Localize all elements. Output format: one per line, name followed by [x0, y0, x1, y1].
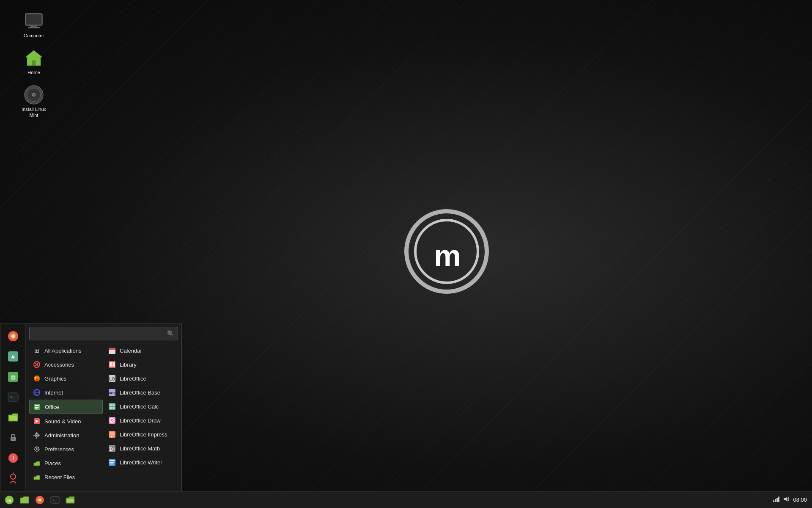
svg-rect-74 [112, 404, 115, 406]
lo-math-icon: ∑π [108, 444, 116, 453]
svg-point-12 [33, 94, 35, 96]
sound-video-icon [33, 417, 41, 425]
svg-point-15 [11, 334, 15, 338]
sidebar-btn-updater[interactable]: ! [4, 449, 22, 467]
desktop-icons-container: Computer Home Install Linu [17, 8, 51, 121]
menu-item-libreoffice[interactable]: LO LibreOffice [104, 372, 178, 385]
svg-text:!: ! [12, 455, 14, 461]
desktop-icon-computer[interactable]: Computer [17, 8, 51, 41]
libreoffice-label: LibreOffice [120, 375, 146, 382]
menu-item-libreoffice-math[interactable]: ∑π LibreOffice Math [104, 442, 178, 455]
svg-text:m: m [434, 239, 459, 273]
all-apps-label: All Applications [44, 348, 81, 354]
svg-rect-99 [776, 498, 778, 502]
mint-logo: m [400, 203, 493, 296]
search-input[interactable] [33, 331, 167, 337]
menu-item-libreoffice-impress[interactable]: LibreOffice Impress [104, 428, 178, 441]
accessories-label: Accessories [44, 362, 74, 368]
app-menu-search-bar[interactable]: 🔍 [29, 327, 178, 340]
menu-item-internet[interactable]: Internet [29, 386, 103, 399]
sidebar-btn-nemo[interactable] [4, 408, 22, 427]
taskbar-right: 08:00 [768, 496, 812, 504]
app-menu-sidebar: # ▤ >_ [0, 323, 26, 491]
svg-text:>_: >_ [52, 499, 57, 502]
home-icon-label: Home [27, 70, 40, 75]
taskbar-menu-button[interactable]: m [3, 493, 16, 507]
lo-writer-label: LibreOffice Writer [120, 459, 162, 466]
svg-rect-73 [110, 404, 112, 406]
sidebar-btn-logout[interactable] [4, 469, 22, 488]
svg-rect-67 [112, 362, 115, 367]
menu-item-calendar[interactable]: Calendar [104, 344, 178, 357]
menu-item-sound-video[interactable]: Sound & Video [29, 414, 103, 428]
volume-icon [783, 496, 790, 504]
desktop-icon-install[interactable]: Install Linux Mint [17, 82, 51, 120]
svg-point-52 [36, 448, 38, 450]
menu-item-libreoffice-draw[interactable]: LibreOffice Draw [104, 414, 178, 427]
menu-item-libreoffice-base[interactable]: BASE LibreOffice Base [104, 386, 178, 399]
taskbar-files-button[interactable] [18, 493, 31, 507]
svg-rect-8 [32, 61, 36, 66]
sidebar-btn-terminal[interactable]: >_ [4, 388, 22, 406]
install-icon-label: Install Linux Mint [19, 107, 48, 118]
computer-icon-label: Computer [24, 33, 44, 39]
office-icon [33, 403, 41, 411]
svg-rect-97 [773, 500, 774, 502]
clock-display[interactable]: 08:00 [793, 497, 807, 503]
svg-rect-62 [109, 348, 115, 350]
graphics-label: Graphics [44, 375, 66, 382]
lo-base-icon: BASE [108, 388, 116, 397]
svg-marker-101 [784, 497, 787, 501]
menu-item-libreoffice-writer[interactable]: LibreOffice Writer [104, 456, 178, 469]
taskbar-firefox-button[interactable] [33, 493, 47, 507]
menu-item-graphics[interactable]: Graphics [29, 372, 103, 385]
calendar-label: Calendar [120, 348, 142, 354]
menu-item-office[interactable]: Office [29, 400, 103, 414]
svg-point-24 [12, 438, 14, 440]
home-icon [24, 48, 44, 68]
svg-rect-88 [110, 464, 113, 464]
menu-item-preferences[interactable]: Preferences [29, 442, 103, 456]
sound-video-label: Sound & Video [44, 418, 81, 425]
app-menu: # ▤ >_ [0, 323, 182, 491]
lo-base-label: LibreOffice Base [120, 389, 160, 396]
administration-icon [33, 431, 41, 439]
menu-item-libreoffice-calc[interactable]: LibreOffice Calc [104, 400, 178, 413]
lo-impress-icon [108, 430, 116, 439]
svg-rect-75 [110, 407, 112, 409]
svg-rect-86 [110, 460, 115, 461]
svg-rect-42 [35, 409, 38, 409]
svg-text:∑π: ∑π [109, 447, 115, 451]
sidebar-btn-appstore[interactable]: # [4, 347, 22, 366]
menu-item-accessories[interactable]: Accessories [29, 358, 103, 371]
internet-icon [33, 388, 41, 397]
taskbar-terminal-button[interactable]: >_ [48, 493, 62, 507]
app-menu-apps: Calendar Library [104, 344, 178, 484]
sidebar-btn-synaptic[interactable]: ▤ [4, 367, 22, 386]
menu-item-recent-files[interactable]: Recent Files [29, 470, 103, 484]
svg-rect-81 [110, 432, 115, 436]
svg-point-35 [36, 379, 38, 381]
sidebar-btn-firefox[interactable] [4, 327, 22, 345]
lo-draw-label: LibreOffice Draw [120, 417, 161, 424]
svg-rect-66 [110, 362, 112, 367]
menu-item-library[interactable]: Library [104, 358, 178, 371]
menu-item-places[interactable]: Places [29, 456, 103, 470]
install-icon [24, 85, 44, 105]
svg-rect-98 [775, 499, 776, 502]
lo-draw-icon [108, 416, 116, 425]
all-apps-icon: ⊞ [33, 346, 41, 355]
taskbar-left: m >_ [0, 493, 80, 507]
svg-text:LO: LO [109, 377, 115, 381]
lo-calc-label: LibreOffice Calc [120, 403, 159, 410]
preferences-icon [33, 445, 41, 453]
menu-item-administration[interactable]: Administration [29, 428, 103, 442]
menu-item-all-apps[interactable]: ⊞ All Applications [29, 344, 103, 357]
svg-point-34 [37, 377, 39, 378]
svg-rect-4 [26, 14, 41, 25]
taskbar-nemo-button[interactable] [63, 493, 77, 507]
sidebar-btn-lock[interactable] [4, 428, 22, 447]
app-menu-columns: ⊞ All Applications Accessories [29, 344, 178, 484]
svg-rect-5 [30, 25, 37, 27]
desktop-icon-home[interactable]: Home [17, 45, 51, 78]
